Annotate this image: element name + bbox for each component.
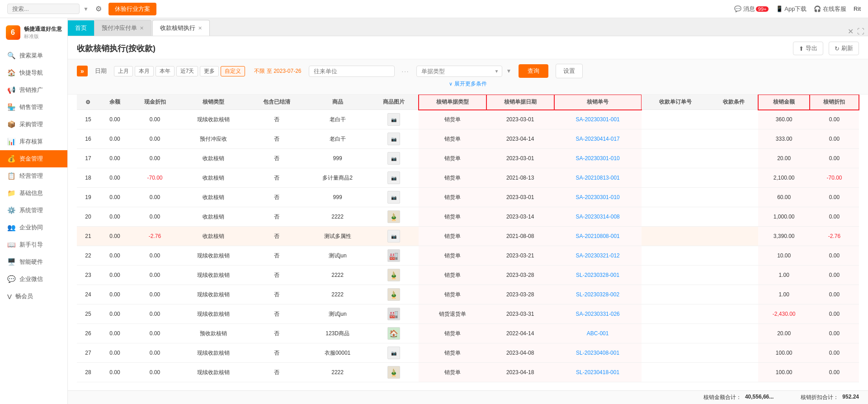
last-month-btn[interactable]: 上月	[114, 66, 133, 76]
cell-include-settled: 否	[247, 129, 306, 149]
custom-btn[interactable]: 自定义	[221, 66, 245, 76]
cell-receipt-cond	[709, 324, 758, 343]
search-input[interactable]	[7, 4, 80, 14]
sidebar-item-search[interactable]: 🔍 搜索菜单	[0, 47, 67, 64]
doc-no-link[interactable]: SA-20230321-012	[576, 252, 619, 259]
hardware-icon: 🖥️	[7, 258, 16, 266]
cell-receipt-order-no	[642, 246, 709, 266]
online-service[interactable]: 🎧 在线客服	[814, 5, 846, 13]
doc-no-link[interactable]: SA-20230414-017	[576, 136, 619, 142]
doc-no-link[interactable]: SL-20230418-001	[576, 369, 619, 375]
cell-no: 16	[77, 129, 99, 149]
col-wo-doc-type: 核销单据类型	[419, 95, 486, 110]
doc-no-link[interactable]: SA-20210813-001	[576, 175, 619, 181]
sidebar-item-label: 企业协同	[19, 223, 43, 232]
message-icon[interactable]: 💬 消息99+	[734, 5, 769, 13]
window-expand-icon[interactable]: ⛶	[857, 28, 864, 36]
sidebar-item-label: 搜索菜单	[19, 52, 43, 60]
sidebar-item-guide[interactable]: 📖 新手引导	[0, 236, 67, 253]
doc-no-link[interactable]: SA-20230314-008	[576, 214, 619, 220]
query-button[interactable]: 查询	[519, 64, 548, 78]
cell-receipt-cond	[709, 110, 758, 129]
cell-balance: 0.00	[99, 207, 130, 227]
tab-writeoff[interactable]: 收款核销执行 ✕	[152, 20, 210, 36]
sidebar-item-marketing[interactable]: 📢 营销推广	[0, 81, 67, 99]
doc-no-link[interactable]: SA-20230301-010	[576, 194, 619, 200]
window-close-icon[interactable]: ✕	[848, 27, 854, 36]
cell-wo-doc-date: 2023-03-28	[486, 266, 554, 285]
doc-no-link[interactable]: SA-20230301-010	[576, 155, 619, 162]
cell-include-settled: 否	[247, 363, 306, 382]
cell-goods: 999	[306, 149, 369, 168]
sidebar-item-purchase[interactable]: 📦 采购管理	[0, 116, 67, 133]
cell-balance: 0.00	[99, 188, 130, 207]
export-button[interactable]: ⬆ 导出	[793, 42, 823, 55]
close-icon[interactable]: ✕	[140, 25, 144, 31]
doc-no-link[interactable]: ABC-001	[587, 330, 609, 337]
sidebar-item-basic[interactable]: 📁 基础信息	[0, 185, 67, 202]
refresh-button[interactable]: ↻ 刷新	[829, 42, 859, 55]
home-icon: 🏠	[7, 69, 16, 77]
cell-receipt-cond	[709, 266, 758, 285]
doc-no-link[interactable]: SL-20230408-001	[576, 350, 619, 356]
this-year-btn[interactable]: 本年	[156, 66, 175, 76]
col-receipt-cond: 收款条件	[709, 95, 758, 110]
cell-wo-doc-date: 2023-03-14	[486, 207, 554, 227]
doc-no-link[interactable]: SL-20230328-002	[576, 291, 619, 298]
sidebar-item-corp[interactable]: 👥 企业协同	[0, 219, 67, 236]
close-icon[interactable]: ✕	[198, 25, 202, 31]
sidebar-item-wechat[interactable]: 💬 企业微信	[0, 271, 67, 288]
tab-home[interactable]: 首页	[68, 20, 94, 36]
sidebar-item-label: 采购管理	[19, 120, 43, 128]
cell-receipt-order-no	[642, 266, 709, 285]
cell-no: 28	[77, 363, 99, 382]
app-download[interactable]: 📱 App下载	[776, 5, 807, 13]
this-month-btn[interactable]: 本月	[135, 66, 154, 76]
cell-goods: 老白干	[306, 129, 369, 149]
footer-total-discount: 核销折扣合计： 952.24	[801, 394, 859, 401]
sidebar-item-finance[interactable]: 💰 资金管理	[0, 150, 67, 167]
doc-no-link[interactable]: SA-20230331-026	[576, 311, 619, 317]
cell-receipt-cond	[709, 188, 758, 207]
more-btn[interactable]: 更多	[200, 66, 219, 76]
cell-receipt-order-no	[642, 110, 709, 129]
cell-include-settled: 否	[247, 304, 306, 324]
sidebar-item-nav[interactable]: 🏠 快捷导航	[0, 64, 67, 81]
cell-cash-discount: 0.00	[130, 207, 179, 227]
counterpart-input[interactable]	[309, 66, 395, 77]
doc-type-select[interactable]	[416, 66, 502, 77]
doc-no-link[interactable]: SA-20210808-001	[576, 233, 619, 239]
doc-no-link[interactable]: SL-20230328-001	[576, 272, 619, 278]
expand-left-btn[interactable]: »	[77, 66, 88, 76]
sidebar-item-operation[interactable]: 📋 经营管理	[0, 167, 67, 185]
settings-button[interactable]: 设置	[556, 64, 583, 78]
sidebar-item-system[interactable]: ⚙️ 系统管理	[0, 202, 67, 219]
cell-writeoff-amount: 360.00	[758, 110, 810, 129]
operation-icon: 📋	[7, 172, 16, 180]
industry-btn[interactable]: 休验行业方案	[108, 3, 156, 15]
expand-row[interactable]: ∨ 展开更多条件	[77, 78, 859, 90]
footer-total-amount: 核销金额合计： 40,556,66...	[703, 394, 774, 401]
cell-wo-doc-no: SL-20230328-001	[554, 266, 642, 285]
export-icon: ⬆	[799, 45, 804, 52]
last7-btn[interactable]: 近7天	[176, 66, 198, 76]
sidebar-item-vip[interactable]: V 畅会员	[0, 288, 67, 305]
cell-wo-doc-type: 销货单	[419, 246, 486, 266]
sidebar-item-hardware[interactable]: 🖥️ 智能硬件	[0, 253, 67, 271]
cell-receipt-order-no	[642, 149, 709, 168]
doc-no-link[interactable]: SA-20230301-001	[576, 116, 619, 123]
cell-writeoff-type: 现续收款核销	[179, 110, 247, 129]
cell-receipt-order-no	[642, 188, 709, 207]
sidebar-item-sales[interactable]: 🏪 销售管理	[0, 99, 67, 116]
tab-prepay[interactable]: 预付冲应付单 ✕	[94, 20, 151, 36]
gear-button[interactable]: ⚙	[92, 3, 105, 15]
sidebar-item-inventory[interactable]: 📊 库存核算	[0, 133, 67, 150]
col-no: ⚙	[77, 95, 99, 110]
tab-bar-right: ✕ ⛶	[844, 27, 868, 36]
cell-receipt-cond	[709, 129, 758, 149]
cell-goods-img: 🏭	[369, 246, 419, 266]
cell-wo-doc-no: ABC-001	[554, 324, 642, 343]
cell-wo-doc-type: 销货单	[419, 129, 486, 149]
cell-wo-doc-no: SA-20230331-026	[554, 304, 642, 324]
finance-icon: 💰	[7, 155, 16, 163]
